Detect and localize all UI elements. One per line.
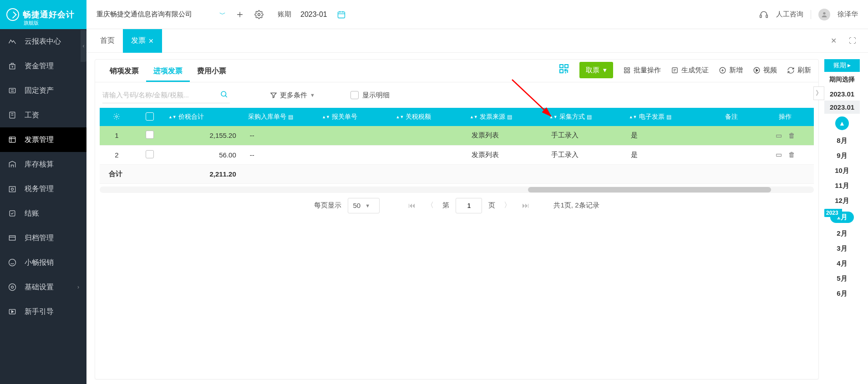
- scroll-top-icon[interactable]: ▲: [835, 116, 849, 130]
- add-button[interactable]: 新增: [719, 66, 743, 75]
- page-tab-1[interactable]: 发票✕: [123, 29, 162, 53]
- nav-icon: [7, 159, 17, 169]
- more-filters-button[interactable]: 更多条件 ▼: [270, 91, 315, 100]
- fullscreen-icon[interactable]: ⛶: [846, 35, 859, 47]
- settings-icon[interactable]: [254, 10, 264, 20]
- gen-voucher-button[interactable]: 生成凭证: [671, 66, 709, 75]
- col-amount[interactable]: ▲▼价税合计: [166, 108, 245, 126]
- svg-rect-17: [560, 65, 563, 68]
- select-all-checkbox[interactable]: [134, 108, 166, 126]
- gear-column[interactable]: [100, 108, 134, 126]
- svg-rect-24: [672, 67, 677, 72]
- show-detail-checkbox[interactable]: 显示明细: [350, 91, 390, 100]
- rail-month[interactable]: 9月: [824, 151, 860, 161]
- rail-month[interactable]: 11月: [824, 181, 860, 191]
- rail-month[interactable]: 20231月: [824, 211, 860, 224]
- per-page-select[interactable]: 50▼: [348, 198, 380, 213]
- sidebar-item-8[interactable]: 归档管理: [0, 226, 86, 250]
- horizontal-scrollbar[interactable]: [100, 187, 814, 193]
- page-input[interactable]: [456, 198, 482, 213]
- sidebar-item-1[interactable]: ¥资金管理: [0, 54, 86, 78]
- sidebar-collapse-toggle[interactable]: ‹: [81, 30, 86, 62]
- rail-month[interactable]: 12月: [824, 196, 860, 206]
- headset-icon[interactable]: [759, 10, 769, 20]
- delete-icon[interactable]: 🗑: [788, 131, 795, 140]
- tab-close-icon[interactable]: ✕: [148, 37, 154, 45]
- rail-month[interactable]: 5月: [824, 273, 860, 284]
- logo-icon: [6, 8, 19, 21]
- sidebar-item-2[interactable]: 固定资产: [0, 78, 86, 103]
- prev-page-button[interactable]: 〈: [424, 201, 436, 210]
- svg-point-5: [11, 188, 14, 190]
- rail-expand-toggle[interactable]: 》: [813, 86, 824, 100]
- table-row[interactable]: 12,155.20--发票列表手工录入是▭🗑: [100, 126, 814, 145]
- sidebar-item-4[interactable]: 发票管理: [0, 127, 86, 152]
- sidebar-item-9[interactable]: 小畅报销: [0, 250, 86, 275]
- view-icon[interactable]: ▭: [776, 131, 782, 140]
- row-checkbox[interactable]: [134, 145, 166, 164]
- col-dutytax[interactable]: ▲▼关税税额: [393, 108, 467, 126]
- close-all-tabs-button[interactable]: ✕: [827, 35, 840, 47]
- view-icon[interactable]: ▭: [776, 151, 782, 159]
- filter-icon[interactable]: ▤: [288, 114, 293, 120]
- svg-rect-19: [560, 70, 563, 73]
- svg-point-9: [11, 286, 14, 288]
- sidebar-item-7[interactable]: 结账: [0, 201, 86, 226]
- next-page-button[interactable]: 〉: [502, 201, 513, 210]
- add-org-button[interactable]: [235, 10, 245, 20]
- support-link[interactable]: 人工咨询: [776, 10, 803, 19]
- rail-month[interactable]: 6月: [824, 288, 860, 299]
- table-row[interactable]: 256.00--发票列表手工录入是▭🗑: [100, 145, 814, 164]
- filter-icon[interactable]: ▤: [507, 114, 512, 120]
- col-note[interactable]: 备注: [706, 108, 757, 126]
- sidebar-item-0[interactable]: 云报表中心: [0, 29, 86, 54]
- rail-year-2[interactable]: 2023.01: [824, 101, 860, 114]
- logo-subtitle: 旗舰版: [24, 20, 39, 26]
- sub-tab-1[interactable]: 进项发票: [146, 66, 190, 82]
- sub-tab-0[interactable]: 销项发票: [102, 66, 146, 82]
- sidebar-label: 资金管理: [25, 61, 54, 71]
- sub-tab-2[interactable]: 费用小票: [190, 66, 233, 82]
- delete-icon[interactable]: 🗑: [788, 151, 795, 159]
- avatar[interactable]: [818, 9, 830, 20]
- fetch-invoice-button[interactable]: 取票▾: [579, 62, 613, 78]
- period-value: 2023-01: [300, 10, 327, 19]
- qrcode-icon[interactable]: [558, 63, 569, 77]
- user-name[interactable]: 徐泽华: [838, 10, 858, 19]
- refresh-button[interactable]: 刷新: [787, 66, 811, 75]
- svg-rect-14: [760, 15, 761, 17]
- col-customs[interactable]: ▲▼报关单号: [319, 108, 393, 126]
- org-selector[interactable]: 重庆畅捷交通信息咨询有限公司 ﹀: [96, 10, 226, 19]
- nav-icon: [7, 258, 17, 268]
- row-checkbox[interactable]: [134, 126, 166, 145]
- rail-month[interactable]: 4月: [824, 258, 860, 269]
- last-page-button[interactable]: ⏭: [520, 202, 532, 210]
- svg-point-27: [221, 91, 226, 96]
- sidebar-item-5[interactable]: 库存核算: [0, 152, 86, 177]
- search-input[interactable]: [102, 87, 230, 103]
- sidebar-item-10[interactable]: 基础设置›: [0, 275, 86, 299]
- video-button[interactable]: 视频: [753, 66, 777, 75]
- col-mode[interactable]: ▲▼采集方式▤: [547, 108, 626, 126]
- rail-month[interactable]: 3月: [824, 243, 860, 254]
- calendar-icon[interactable]: [336, 10, 346, 20]
- nav-icon: [7, 208, 17, 218]
- first-page-button[interactable]: ⏮: [406, 202, 418, 210]
- rail-month[interactable]: 8月: [824, 136, 860, 146]
- col-source[interactable]: ▲▼发票来源▤: [467, 108, 547, 126]
- sidebar-item-6[interactable]: 税务管理: [0, 177, 86, 201]
- rail-month[interactable]: 10月: [824, 166, 860, 176]
- period-rail-button[interactable]: 账期 ▸: [824, 59, 860, 72]
- filter-icon[interactable]: ▤: [587, 114, 592, 120]
- rail-year-1[interactable]: 2023.01: [824, 87, 860, 101]
- col-po[interactable]: 采购入库单号▤: [245, 108, 319, 126]
- page-tab-0[interactable]: 首页: [92, 29, 123, 53]
- search-icon[interactable]: [220, 90, 228, 101]
- sidebar-item-11[interactable]: 新手引导: [0, 299, 86, 324]
- col-einv[interactable]: ▲▼电子发票▤: [626, 108, 706, 126]
- rail-month[interactable]: 2月: [824, 228, 860, 239]
- filter-icon[interactable]: ▤: [666, 114, 671, 120]
- nav-icon: [7, 36, 17, 46]
- sidebar-item-3[interactable]: 工资: [0, 103, 86, 127]
- batch-ops-button[interactable]: 批量操作: [623, 66, 661, 75]
